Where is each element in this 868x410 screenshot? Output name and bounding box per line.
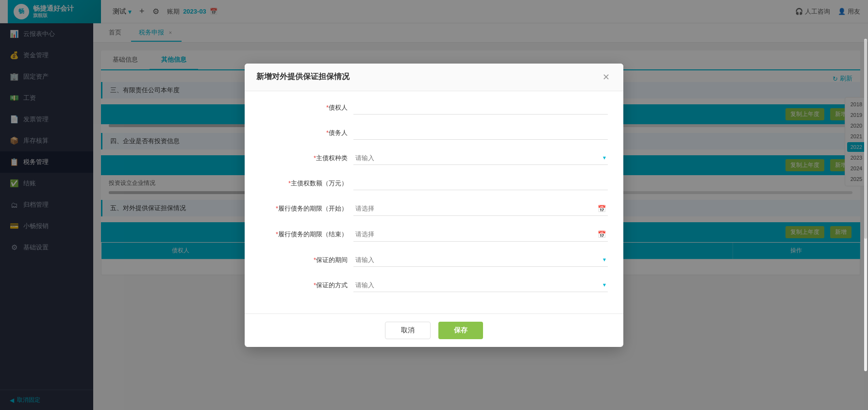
input-period-end[interactable] <box>355 230 598 238</box>
form-row-creditor-type: *主债权种类 ▾ <box>260 151 608 165</box>
modal-overlay: 新增对外提供保证担保情况 ✕ *债权人 *债务人 <box>0 0 868 410</box>
input-guarantee-method[interactable] <box>355 281 603 289</box>
label-guarantee-period: *保证的期间 <box>260 256 348 264</box>
label-creditor-type: *主债权种类 <box>260 154 348 163</box>
date-period-start[interactable]: 📅 <box>353 202 608 216</box>
input-period-start[interactable] <box>355 205 598 212</box>
label-creditor: *债权人 <box>260 103 348 112</box>
label-period-end: *履行债务的期限（结束） <box>260 230 348 239</box>
calendar-end-icon: 📅 <box>598 230 606 238</box>
chevron-down-guarantee-icon: ▾ <box>603 256 606 263</box>
label-debtor: *债务人 <box>260 129 348 137</box>
form-row-creditor: *债权人 <box>260 101 608 115</box>
label-guarantee-method: *保证的方式 <box>260 281 348 290</box>
input-creditor-amount[interactable] <box>353 177 608 190</box>
select-guarantee-period[interactable]: ▾ <box>353 253 608 267</box>
modal-dialog: 新增对外提供保证担保情况 ✕ *债权人 *债务人 <box>245 64 623 347</box>
form-row-guarantee-method: *保证的方式 ▾ <box>260 279 608 292</box>
modal-title: 新增对外提供保证担保情况 <box>256 72 350 82</box>
date-period-end[interactable]: 📅 <box>353 228 608 242</box>
chevron-down-icon: ▾ <box>603 154 606 161</box>
modal-footer: 取消 保存 <box>245 313 623 347</box>
save-button[interactable]: 保存 <box>438 322 483 339</box>
form-row-guarantee-period: *保证的期间 ▾ <box>260 253 608 267</box>
label-period-start: *履行债务的期限（开始） <box>260 204 348 213</box>
input-creditor-type[interactable] <box>355 154 603 162</box>
modal-close-button[interactable]: ✕ <box>600 71 612 83</box>
label-creditor-amount: *主债权数额（万元） <box>260 179 348 188</box>
select-guarantee-method[interactable]: ▾ <box>353 279 608 292</box>
form-row-debtor: *债务人 <box>260 126 608 140</box>
input-creditor[interactable] <box>353 101 608 115</box>
chevron-down-method-icon: ▾ <box>603 281 606 288</box>
modal-body: *债权人 *债务人 *主债权种类 ▾ <box>245 91 623 313</box>
calendar-start-icon: 📅 <box>598 205 606 213</box>
form-row-period-start: *履行债务的期限（开始） 📅 <box>260 202 608 216</box>
form-row-period-end: *履行债务的期限（结束） 📅 <box>260 228 608 242</box>
form-row-creditor-amount: *主债权数额（万元） <box>260 177 608 190</box>
input-guarantee-period[interactable] <box>355 256 603 263</box>
modal-header: 新增对外提供保证担保情况 ✕ <box>245 64 623 91</box>
select-creditor-type[interactable]: ▾ <box>353 151 608 165</box>
cancel-button[interactable]: 取消 <box>385 322 431 339</box>
input-debtor[interactable] <box>353 126 608 140</box>
